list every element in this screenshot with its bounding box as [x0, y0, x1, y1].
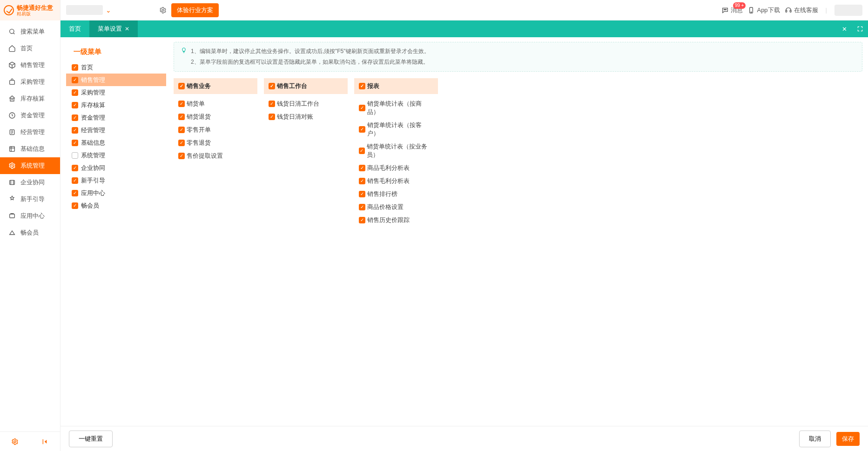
nav-item-8[interactable]: 系统管理 [0, 157, 60, 174]
checkbox[interactable] [359, 126, 365, 133]
nav-item-9[interactable]: 企业协同 [0, 174, 60, 191]
nav-icon [8, 112, 16, 119]
group-item[interactable]: 售价提取设置 [174, 152, 257, 160]
level1-item[interactable]: 采购管理 [66, 86, 166, 99]
group-item[interactable]: 销售排行榜 [354, 190, 438, 198]
industry-cta-button[interactable]: 体验行业方案 [171, 3, 219, 17]
tenant-selector[interactable]: ——— ⌄ [66, 5, 155, 15]
header-messages[interactable]: 消息 99 + [721, 6, 743, 14]
nav-item-label: 经营管理 [20, 128, 45, 136]
header-support[interactable]: 在线客服 [785, 6, 818, 14]
nav-item-label: 库存核算 [20, 94, 45, 103]
tab-close-all-icon[interactable]: ✕ [836, 20, 852, 37]
nav-item-12[interactable]: 畅会员 [0, 224, 60, 241]
checkbox[interactable] [178, 127, 185, 133]
level1-item[interactable]: 应用中心 [66, 187, 166, 199]
checkbox[interactable] [72, 140, 78, 146]
checkbox[interactable] [72, 89, 78, 96]
level1-item[interactable]: 畅会员 [66, 199, 166, 212]
checkbox[interactable] [72, 190, 78, 196]
nav-item-11[interactable]: 应用中心 [0, 208, 60, 224]
group-item-label: 钱货日清对账 [277, 113, 313, 121]
checkbox[interactable] [178, 114, 185, 120]
group-item[interactable]: 销货单 [174, 100, 257, 108]
level1-item[interactable]: 资金管理 [66, 111, 166, 124]
checkbox[interactable] [72, 177, 78, 184]
menu-group: 销售工作台钱货日清工作台钱货日清对账 [264, 78, 348, 121]
nav-item-5[interactable]: 资金管理 [0, 107, 60, 124]
nav-icon [8, 145, 16, 153]
save-button[interactable]: 保存 [836, 432, 860, 446]
header-gear-icon[interactable] [159, 7, 167, 14]
cancel-button[interactable]: 取消 [799, 431, 831, 447]
bulb-icon [181, 47, 187, 67]
level1-title: 一级菜单 [66, 46, 166, 61]
user-avatar[interactable] [834, 5, 862, 16]
nav-item-4[interactable]: 库存核算 [0, 90, 60, 107]
group-header[interactable]: 报表 [354, 78, 438, 94]
group-item[interactable]: 钱货日清对账 [264, 113, 348, 121]
reset-button[interactable]: 一键重置 [69, 431, 113, 447]
checkbox[interactable] [359, 191, 365, 197]
checkbox[interactable] [269, 83, 275, 89]
checkbox[interactable] [359, 178, 365, 184]
checkbox[interactable] [178, 140, 185, 146]
nav-item-6[interactable]: 经营管理 [0, 124, 60, 141]
checkbox[interactable] [359, 83, 365, 89]
group-item[interactable]: 零售退货 [174, 139, 257, 147]
tab-menu-settings[interactable]: 菜单设置 ✕ [89, 20, 138, 37]
group-header[interactable]: 销售业务 [174, 78, 257, 94]
checkbox[interactable] [72, 114, 78, 121]
group-item[interactable]: 销售历史价跟踪 [354, 216, 438, 224]
checkbox[interactable] [72, 165, 78, 171]
checkbox[interactable] [178, 83, 185, 89]
level1-item[interactable]: 基础信息 [66, 136, 166, 149]
checkbox[interactable] [72, 64, 78, 71]
nav-item-7[interactable]: 基础信息 [0, 141, 60, 157]
level1-item-label: 资金管理 [81, 114, 105, 122]
level1-item[interactable]: 经营管理 [66, 124, 166, 136]
checkbox[interactable] [178, 101, 185, 107]
nav-item-1[interactable]: 首页 [0, 40, 60, 57]
collapse-icon[interactable] [41, 438, 49, 445]
checkbox[interactable] [72, 77, 78, 83]
group-item[interactable]: 零售开单 [174, 126, 257, 134]
level1-item[interactable]: 库存核算 [66, 99, 166, 111]
level1-item[interactable]: 系统管理 [66, 149, 166, 162]
level1-item[interactable]: 首页 [66, 61, 166, 74]
nav-item-10[interactable]: 新手引导 [0, 191, 60, 208]
checkbox[interactable] [178, 153, 185, 159]
group-item[interactable]: 销货单统计表（按商品） [354, 100, 438, 116]
close-icon[interactable]: ✕ [125, 26, 129, 32]
level1-item[interactable]: 新手引导 [66, 174, 166, 187]
checkbox[interactable] [269, 114, 275, 120]
level1-item[interactable]: 企业协同 [66, 162, 166, 174]
fullscreen-icon[interactable] [852, 20, 868, 37]
header-download[interactable]: App下载 [747, 6, 780, 14]
level1-item[interactable]: 销售管理 [66, 74, 166, 86]
group-item[interactable]: 销售毛利分析表 [354, 177, 438, 185]
nav-item-0[interactable]: 搜索菜单 [0, 23, 60, 40]
group-item[interactable]: 商品毛利分析表 [354, 164, 438, 172]
group-item[interactable]: 销货退货 [174, 113, 257, 121]
nav-item-3[interactable]: 采购管理 [0, 74, 60, 90]
checkbox[interactable] [359, 217, 365, 223]
group-item[interactable]: 钱货日清工作台 [264, 100, 348, 108]
checkbox[interactable] [359, 148, 365, 154]
group-item[interactable]: 销货单统计表（按客户） [354, 121, 438, 138]
group-header[interactable]: 销售工作台 [264, 78, 348, 94]
group-item[interactable]: 商品价格设置 [354, 203, 438, 211]
level1-item-label: 销售管理 [81, 76, 105, 84]
checkbox[interactable] [269, 101, 275, 107]
checkbox[interactable] [72, 102, 78, 108]
group-item[interactable]: 销货单统计表（按业务员） [354, 142, 438, 159]
checkbox[interactable] [359, 204, 365, 210]
settings-icon[interactable] [11, 438, 19, 445]
checkbox[interactable] [72, 202, 78, 209]
tab-home[interactable]: 首页 [61, 20, 89, 37]
checkbox[interactable] [359, 165, 365, 171]
nav-item-2[interactable]: 销售管理 [0, 57, 60, 74]
checkbox[interactable] [72, 127, 78, 134]
checkbox[interactable] [359, 105, 365, 111]
checkbox[interactable] [72, 152, 78, 159]
